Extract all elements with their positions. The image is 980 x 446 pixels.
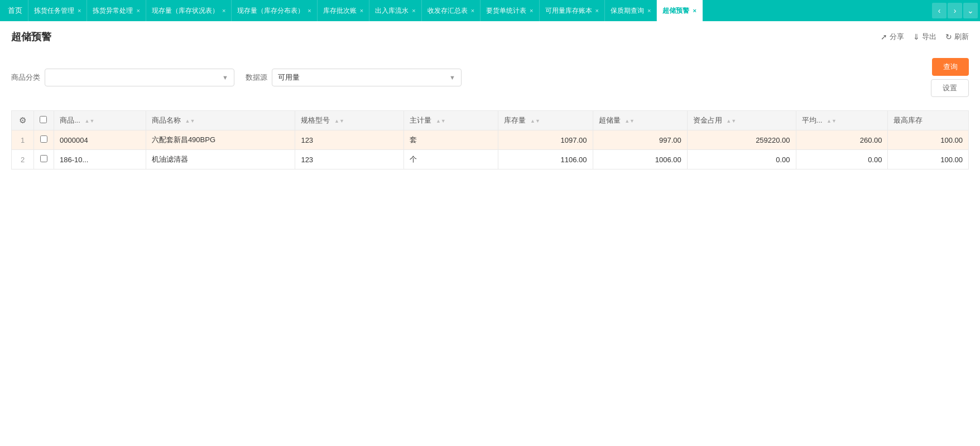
nav-tab-1[interactable]: 拣货任务管理 ×	[28, 0, 87, 21]
cell-checkbox-0[interactable]	[34, 130, 54, 150]
nav-tab-6[interactable]: 出入库流水 ×	[369, 0, 421, 21]
nav-prev-button[interactable]: ‹	[932, 3, 947, 18]
nav-tab-close-4[interactable]: ×	[308, 7, 311, 14]
cell-avg-1: 0.00	[796, 150, 888, 169]
category-select[interactable]: ▼	[45, 69, 234, 86]
sort-icon-unit: ▲▼	[436, 118, 446, 124]
cell-spec-0: 123	[295, 130, 404, 150]
table-header-row: ⚙ 商品... ▲▼ 商品名称 ▲▼ 规格型号 ▲▼	[12, 111, 969, 130]
export-label: 导出	[922, 32, 936, 42]
top-nav: 首页 拣货任务管理 × 拣货异常处理 × 现存量（库存状况表） × 现存量（库存…	[0, 0, 980, 21]
cell-stock-1: 1106.00	[498, 150, 593, 169]
nav-tab-4[interactable]: 现存量（库存分布表） ×	[232, 0, 317, 21]
th-unit[interactable]: 主计量 ▲▼	[404, 111, 498, 130]
export-icon: ⇓	[913, 32, 920, 41]
row-checkbox-0[interactable]	[40, 135, 47, 143]
nav-tab-home[interactable]: 首页	[2, 0, 28, 21]
th-settings[interactable]: ⚙	[12, 111, 34, 130]
nav-tab-close-1[interactable]: ×	[78, 7, 81, 14]
th-product-code-label: 商品...	[60, 116, 80, 124]
nav-tab-close-5[interactable]: ×	[360, 7, 363, 14]
datasource-filter: 数据源 可用量 ▼	[246, 69, 462, 86]
nav-tab-close-11[interactable]: ×	[693, 7, 696, 14]
th-overstock-label: 超储量	[599, 116, 621, 124]
nav-tab-close-8[interactable]: ×	[530, 7, 533, 14]
th-checkbox[interactable]	[34, 111, 54, 130]
th-spec-label: 规格型号	[301, 116, 330, 124]
export-button[interactable]: ⇓ 导出	[913, 32, 936, 42]
select-all-checkbox[interactable]	[40, 116, 47, 123]
nav-tab-label-3: 现存量（库存状况表）	[152, 6, 219, 16]
refresh-icon: ↻	[945, 32, 952, 41]
nav-next-button[interactable]: ›	[948, 3, 962, 18]
nav-tab-11[interactable]: 超储预警 ×	[657, 0, 702, 21]
settings-button[interactable]: 设置	[931, 79, 969, 97]
nav-tab-label-9: 可用量库存账本	[545, 6, 592, 16]
category-filter: 商品分类 ▼	[11, 69, 234, 86]
th-stock[interactable]: 库存量 ▲▼	[498, 111, 593, 130]
cell-max-stock-1: 100.00	[888, 150, 969, 169]
th-product-name-label: 商品名称	[152, 116, 181, 124]
th-spec[interactable]: 规格型号 ▲▼	[295, 111, 404, 130]
nav-tab-close-3[interactable]: ×	[222, 7, 225, 14]
cell-capital-0: 259220.00	[687, 130, 796, 150]
nav-tab-label-11: 超储预警	[662, 6, 689, 16]
cell-checkbox-1[interactable]	[34, 150, 54, 169]
nav-tab-close-7[interactable]: ×	[471, 7, 474, 14]
query-button[interactable]: 查询	[932, 58, 969, 76]
nav-tab-close-10[interactable]: ×	[647, 7, 651, 14]
cell-max-stock-0: 100.00	[888, 130, 969, 150]
nav-tab-label-4: 现存量（库存分布表）	[237, 6, 304, 16]
th-avg[interactable]: 平均... ▲▼	[796, 111, 888, 130]
sort-icon-product-code: ▲▼	[84, 118, 94, 124]
nav-tab-5[interactable]: 库存批次账 ×	[318, 0, 369, 21]
cell-spec-1: 123	[295, 150, 404, 169]
nav-arrows: ‹ › ⌄	[932, 3, 978, 18]
nav-tab-3[interactable]: 现存量（库存状况表） ×	[146, 0, 232, 21]
th-avg-label: 平均...	[802, 116, 823, 124]
filter-buttons: 查询 设置	[931, 58, 969, 97]
page-header: 超储预警 ➚ 分享 ⇓ 导出 ↻ 刷新	[11, 30, 969, 43]
th-overstock[interactable]: 超储量 ▲▼	[593, 111, 687, 130]
nav-tab-label-8: 要货单统计表	[486, 6, 526, 16]
filter-bar: 商品分类 ▼ 数据源 可用量 ▼ 查询 设置	[11, 52, 969, 103]
cell-unit-1: 个	[404, 150, 498, 169]
sort-icon-capital: ▲▼	[726, 118, 736, 124]
datasource-select[interactable]: 可用量 ▼	[272, 69, 462, 86]
refresh-button[interactable]: ↻ 刷新	[945, 32, 969, 42]
cell-product-code-0: 0000004	[54, 130, 146, 150]
category-filter-label: 商品分类	[11, 72, 40, 83]
th-max-stock[interactable]: 最高库存	[888, 111, 969, 130]
nav-tab-close-2[interactable]: ×	[136, 7, 140, 14]
nav-tab-close-9[interactable]: ×	[595, 7, 599, 14]
nav-tab-close-6[interactable]: ×	[412, 7, 415, 14]
cell-unit-0: 套	[404, 130, 498, 150]
cell-stock-0: 1097.00	[498, 130, 593, 150]
refresh-label: 刷新	[954, 32, 969, 42]
share-button[interactable]: ➚ 分享	[881, 32, 904, 42]
th-capital[interactable]: 资金占用 ▲▼	[687, 111, 796, 130]
datasource-dropdown-icon: ▼	[449, 74, 455, 81]
nav-tab-9[interactable]: 可用量库存账本 ×	[540, 0, 605, 21]
cell-overstock-0: 997.00	[593, 130, 687, 150]
th-product-code[interactable]: 商品... ▲▼	[54, 111, 146, 130]
nav-tab-label-7: 收发存汇总表	[427, 6, 468, 16]
nav-tab-label-1: 拣货任务管理	[34, 6, 74, 16]
th-product-name[interactable]: 商品名称 ▲▼	[146, 111, 295, 130]
nav-tab-8[interactable]: 要货单统计表 ×	[481, 0, 539, 21]
cell-capital-1: 0.00	[687, 150, 796, 169]
table-row: 1 0000004 六配套新昌490BPG 123 套 1097.00 997.…	[12, 130, 969, 150]
nav-tab-2[interactable]: 拣货异常处理 ×	[87, 0, 146, 21]
nav-menu-button[interactable]: ⌄	[963, 3, 978, 18]
nav-tab-10[interactable]: 保质期查询 ×	[605, 0, 657, 21]
th-stock-label: 库存量	[504, 116, 526, 124]
cell-product-name-0: 六配套新昌490BPG	[146, 130, 295, 150]
page-content: 超储预警 ➚ 分享 ⇓ 导出 ↻ 刷新 商品分类 ▼ 数据源	[0, 21, 980, 446]
nav-tab-7[interactable]: 收发存汇总表 ×	[422, 0, 481, 21]
share-icon: ➚	[881, 32, 887, 41]
row-checkbox-1[interactable]	[40, 155, 47, 162]
data-table: ⚙ 商品... ▲▼ 商品名称 ▲▼ 规格型号 ▲▼	[11, 110, 969, 169]
share-label: 分享	[890, 32, 904, 42]
cell-product-name-1: 机油滤清器	[146, 150, 295, 169]
cell-product-code-1: 186-10...	[54, 150, 146, 169]
